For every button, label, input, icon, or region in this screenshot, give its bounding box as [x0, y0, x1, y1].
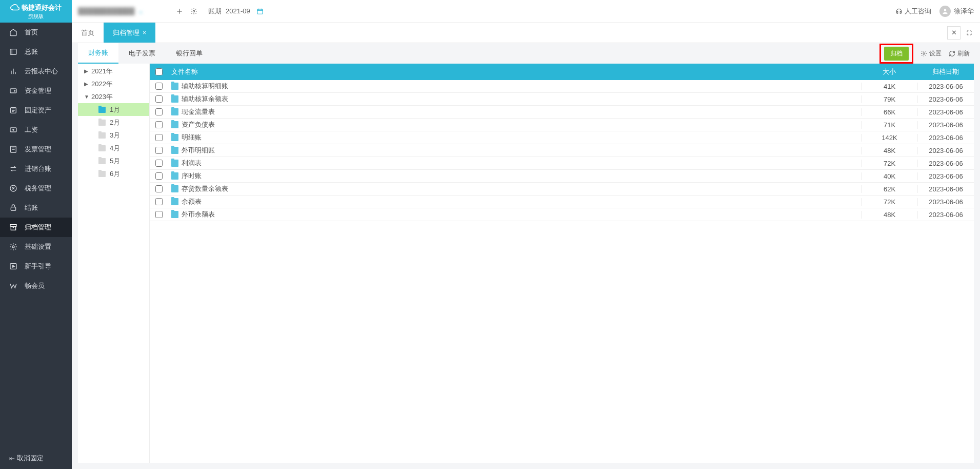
tree-year-2021[interactable]: ▶2021年: [78, 65, 149, 77]
file-size: 41K: [861, 83, 917, 90]
row-checkbox[interactable]: [155, 134, 163, 141]
table-row[interactable]: 存货数量余额表62K2023-06-06: [150, 183, 974, 196]
nav-closing[interactable]: 结账: [0, 198, 72, 218]
file-name: 外币明细账: [182, 146, 215, 155]
nav-inout-ledger[interactable]: 进销台账: [0, 159, 72, 179]
nav-home[interactable]: 首页: [0, 23, 72, 42]
tree-month-6[interactable]: 6月: [78, 167, 149, 180]
wallet-icon: [9, 87, 17, 95]
select-all-checkbox[interactable]: [155, 68, 163, 75]
file-size: 142K: [861, 134, 917, 142]
folder-icon: [171, 134, 178, 141]
sidebar-unpin[interactable]: ⇤ 取消固定: [0, 447, 72, 469]
file-name: 序时账: [182, 171, 202, 181]
tab-home[interactable]: 首页: [72, 23, 104, 43]
company-selector[interactable]: ████████████ ⌄: [78, 7, 170, 15]
tree-month-5[interactable]: 5月: [78, 154, 149, 167]
asset-icon: [9, 106, 17, 114]
table-row[interactable]: 资产负债表71K2023-06-06: [150, 119, 974, 131]
file-name: 资产负债表: [182, 120, 215, 129]
nav-tax-mgmt[interactable]: 税务管理: [0, 179, 72, 198]
row-checkbox[interactable]: [155, 185, 163, 192]
table-row[interactable]: 现金流量表66K2023-06-06: [150, 106, 974, 119]
bar-chart-icon: [9, 67, 17, 75]
svg-rect-0: [10, 49, 16, 55]
settings-link[interactable]: 设置: [921, 49, 942, 58]
lock-icon: [9, 204, 17, 212]
main: ████████████ ⌄ 账期 2021-09 人工咨询: [72, 0, 980, 469]
svg-rect-21: [257, 9, 263, 13]
subtab-finance[interactable]: 财务账: [78, 43, 118, 64]
vip-icon: [9, 282, 17, 290]
table-row[interactable]: 外币明细账48K2023-06-06: [150, 144, 974, 157]
user-menu[interactable]: 徐泽华: [939, 6, 974, 17]
row-checkbox[interactable]: [155, 160, 163, 167]
content: 财务账 电子发票 银行回单 归档 设置 刷新: [72, 43, 980, 469]
close-icon[interactable]: ×: [143, 29, 146, 36]
file-date: 2023-06-06: [917, 95, 974, 103]
tree-month-3[interactable]: 3月: [78, 129, 149, 142]
folder-icon: [171, 147, 178, 154]
table-row[interactable]: 辅助核算余额表79K2023-06-06: [150, 93, 974, 106]
table-row[interactable]: 辅助核算明细账41K2023-06-06: [150, 80, 974, 93]
row-checkbox[interactable]: [155, 147, 163, 154]
row-checkbox[interactable]: [155, 172, 163, 180]
nav-fund-mgmt[interactable]: 资金管理: [0, 81, 72, 101]
nav-basic-settings[interactable]: 基础设置: [0, 237, 72, 257]
headset-icon: [895, 8, 903, 15]
folder-icon: [171, 121, 178, 128]
fullscreen-button[interactable]: [963, 26, 976, 40]
row-checkbox[interactable]: [155, 121, 163, 128]
company-settings-button[interactable]: [189, 6, 199, 16]
calendar-icon[interactable]: [256, 8, 264, 15]
nav-guide[interactable]: 新手引导: [0, 257, 72, 276]
row-checkbox[interactable]: [155, 198, 163, 205]
subtabs: 财务账 电子发票 银行回单 归档 设置 刷新: [78, 43, 974, 64]
nav-member[interactable]: 畅会员: [0, 276, 72, 296]
col-size: 大小: [861, 67, 917, 76]
row-checkbox[interactable]: [155, 108, 163, 115]
chevron-down-icon: ⌄: [138, 7, 144, 15]
col-name: 文件名称: [168, 67, 861, 76]
folder-icon: [171, 211, 178, 218]
ledger-icon: [9, 48, 17, 56]
subtab-einvoice[interactable]: 电子发票: [118, 43, 166, 64]
tree-month-1[interactable]: 1月: [78, 103, 149, 116]
row-checkbox[interactable]: [155, 211, 163, 218]
row-checkbox[interactable]: [155, 83, 163, 90]
table-row[interactable]: 外币余额表48K2023-06-06: [150, 208, 974, 221]
add-company-button[interactable]: [174, 6, 185, 16]
tree-month-4[interactable]: 4月: [78, 142, 149, 154]
tree-year-2022[interactable]: ▶2022年: [78, 77, 149, 90]
tab-archive[interactable]: 归档管理 ×: [104, 23, 155, 43]
subtab-bankreceipt[interactable]: 银行回单: [166, 43, 213, 64]
nav-cloud-reports[interactable]: 云报表中心: [0, 62, 72, 81]
nav-invoice-mgmt[interactable]: 发票管理: [0, 140, 72, 159]
collapse-icon: ⇤: [9, 455, 15, 462]
avatar: [939, 6, 951, 17]
salary-icon: [9, 126, 17, 134]
folder-icon: [171, 198, 178, 205]
nav-general-ledger[interactable]: 总账: [0, 42, 72, 62]
nav-salary[interactable]: 工资: [0, 120, 72, 140]
svg-point-20: [193, 10, 195, 12]
refresh-link[interactable]: 刷新: [949, 49, 970, 58]
period-value[interactable]: 2021-09: [226, 7, 250, 15]
archive-button[interactable]: 归档: [884, 47, 909, 61]
support-link[interactable]: 人工咨询: [895, 7, 931, 16]
tree-year-2023[interactable]: ▼2023年: [78, 90, 149, 103]
nav-archive-mgmt[interactable]: 归档管理: [0, 218, 72, 237]
nav-fixed-assets[interactable]: 固定资产: [0, 101, 72, 120]
table-row[interactable]: 明细账142K2023-06-06: [150, 131, 974, 144]
table-row[interactable]: 余额表72K2023-06-06: [150, 196, 974, 208]
row-checkbox[interactable]: [155, 95, 163, 103]
close-all-tabs-button[interactable]: ✕: [947, 26, 961, 40]
page-tabs: 首页 归档管理 × ✕: [72, 23, 980, 43]
tree-month-2[interactable]: 2月: [78, 116, 149, 129]
file-size: 72K: [861, 198, 917, 206]
play-icon: [9, 262, 17, 270]
file-name: 明细账: [182, 133, 202, 142]
table-row[interactable]: 利润表72K2023-06-06: [150, 157, 974, 170]
table-row[interactable]: 序时账40K2023-06-06: [150, 170, 974, 183]
folder-icon: [98, 171, 106, 177]
